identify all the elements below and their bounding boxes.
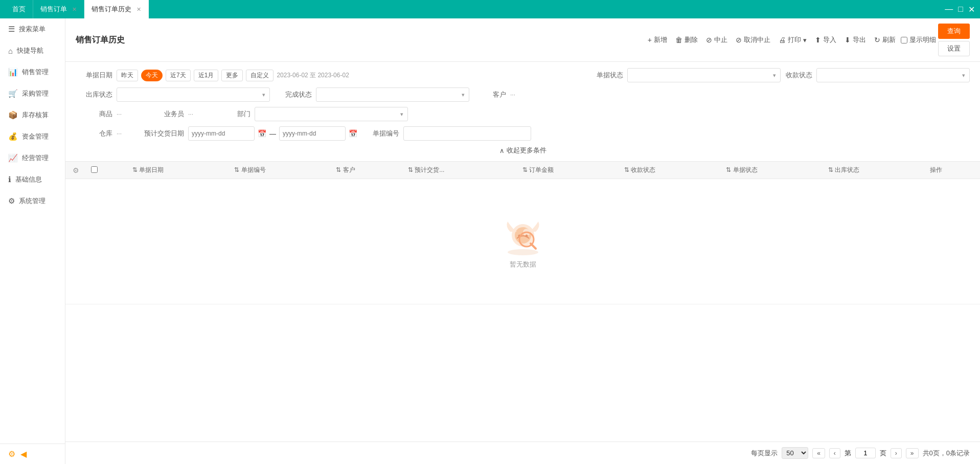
warehouse-more-link[interactable]: ··· bbox=[117, 130, 122, 137]
delivery-start-input[interactable] bbox=[188, 126, 255, 141]
import-button[interactable]: ⬆ 导入 bbox=[812, 33, 839, 47]
last-page-btn[interactable]: » bbox=[906, 448, 919, 458]
print-button[interactable]: 🖨 打印 ▾ bbox=[776, 33, 810, 47]
main-layout: ☰ 搜索菜单 ⌂ 快捷导航 📊 销售管理 🛒 采购管理 📦 库存核算 💰 资金管… bbox=[0, 18, 980, 464]
minimize-icon[interactable]: — bbox=[945, 5, 953, 14]
system-icon: ⚙ bbox=[8, 196, 15, 206]
empty-illustration bbox=[497, 214, 549, 260]
product-more-link[interactable]: ··· bbox=[117, 111, 122, 118]
out-status-col-header: ⇅ 出库状态 bbox=[823, 162, 925, 179]
new-button[interactable]: + 新增 bbox=[645, 33, 670, 47]
sidebar-settings-icon[interactable]: ⚙ bbox=[8, 449, 15, 459]
purchase-icon: 🛒 bbox=[8, 89, 18, 98]
stop-button[interactable]: ⊘ 中止 bbox=[703, 33, 731, 47]
date-1month-btn[interactable]: 近1月 bbox=[194, 70, 219, 81]
display-toggle: 显示明细 bbox=[901, 35, 936, 45]
operation-col-header: 操作 bbox=[925, 162, 980, 179]
sidebar-item-inventory[interactable]: 📦 库存核算 bbox=[0, 104, 65, 126]
bill-status-select[interactable]: ▾ bbox=[627, 68, 781, 82]
query-button[interactable]: 查询 bbox=[938, 24, 970, 39]
sidebar-item-operation[interactable]: 📈 经营管理 bbox=[0, 147, 65, 169]
page-input[interactable] bbox=[855, 448, 876, 458]
sidebar-bottom: ⚙ ◀ bbox=[0, 444, 65, 464]
per-page-select[interactable]: 20 50 100 bbox=[782, 447, 808, 459]
print-arrow-icon: ▾ bbox=[803, 36, 807, 44]
date-7days-btn[interactable]: 近7天 bbox=[166, 70, 191, 81]
sidebar-collapse-icon[interactable]: ◀ bbox=[20, 449, 27, 459]
maximize-icon[interactable]: □ bbox=[958, 5, 963, 14]
sidebar-item-quicknav[interactable]: ⌂ 快捷导航 bbox=[0, 40, 65, 61]
salesman-more-link[interactable]: ··· bbox=[188, 111, 193, 118]
receive-status-select[interactable]: ▾ bbox=[816, 68, 970, 82]
dept-select[interactable]: ▾ bbox=[255, 107, 408, 121]
sidebar-item-sales[interactable]: 📊 销售管理 bbox=[0, 61, 65, 83]
date-label: 单据日期 bbox=[76, 71, 117, 80]
delivery-col-header: ⇅ 预计交货... bbox=[403, 162, 517, 179]
set-button[interactable]: 设置 bbox=[938, 41, 970, 56]
tab-sales-order[interactable]: 销售订单 ✕ bbox=[33, 0, 84, 18]
customer-more-link[interactable]: ··· bbox=[510, 91, 515, 98]
select-all-checkbox[interactable] bbox=[91, 166, 98, 173]
tab-close-icon[interactable]: ✕ bbox=[72, 6, 77, 13]
page-title: 销售订单历史 bbox=[76, 35, 125, 46]
delivery-date-pair: 📅 — 📅 bbox=[188, 126, 357, 141]
search-menu-icon: ☰ bbox=[8, 25, 15, 34]
tab-sales-order-history[interactable]: 销售订单历史 ✕ bbox=[84, 0, 149, 18]
date-today-btn[interactable]: 今天 bbox=[141, 70, 163, 81]
next-page-btn[interactable]: › bbox=[891, 448, 902, 458]
dept-arrow-icon: ▾ bbox=[400, 111, 403, 118]
display-toggle-checkbox[interactable] bbox=[901, 37, 907, 43]
table-settings-icon[interactable]: ⚙ bbox=[73, 166, 79, 174]
warehouse-label: 仓库 bbox=[76, 129, 117, 138]
per-page-label: 每页显示 bbox=[751, 449, 778, 458]
date-col-label: ⇅ 单据日期 bbox=[132, 166, 164, 173]
refresh-button[interactable]: ↻ 刷新 bbox=[871, 33, 899, 47]
date-range-text: 2023-06-02 至 2023-06-02 bbox=[277, 71, 349, 80]
amount-col-header: ⇅ 订单金额 bbox=[517, 162, 619, 179]
date-yesterday-btn[interactable]: 昨天 bbox=[117, 70, 138, 81]
receive-status-col-label: ⇅ 收款状态 bbox=[624, 166, 655, 173]
bill-status-col-header: ⇅ 单据状态 bbox=[721, 162, 823, 179]
table-header-row: ⚙ ⇅ 单据日期 ⇅ 单据编号 ⇅ 客户 bbox=[65, 162, 980, 179]
content-area: 销售订单历史 + 新增 🗑 删除 ⊘ 中止 ⊘ 取消中止 bbox=[65, 18, 980, 464]
out-status-select[interactable]: ▾ bbox=[117, 87, 270, 102]
cancel-stop-button[interactable]: ⊘ 取消中止 bbox=[733, 33, 773, 47]
delete-button[interactable]: 🗑 删除 bbox=[672, 33, 701, 47]
complete-status-select[interactable]: ▾ bbox=[316, 87, 469, 102]
prev-page-btn[interactable]: ‹ bbox=[829, 448, 840, 458]
bill-status-arrow-icon: ▾ bbox=[773, 72, 776, 79]
sidebar-item-system[interactable]: ⚙ 系统管理 bbox=[0, 190, 65, 212]
filter-row-3: 商品 ··· 业务员 ··· 部门 ▾ bbox=[76, 107, 970, 121]
data-table: ⚙ ⇅ 单据日期 ⇅ 单据编号 ⇅ 客户 bbox=[65, 162, 980, 304]
delivery-label: 预计交货日期 bbox=[142, 129, 188, 138]
bill-status-label: 单据状态 bbox=[591, 71, 627, 80]
home-icon: ⌂ bbox=[8, 47, 13, 55]
customer-col-label: ⇅ 客户 bbox=[336, 166, 355, 173]
print-icon: 🖨 bbox=[779, 36, 786, 44]
close-window-icon[interactable]: ✕ bbox=[968, 5, 975, 14]
tab-home[interactable]: 首页 bbox=[5, 0, 33, 18]
date-quick-group: 昨天 今天 近7天 近1月 更多 自定义 2023-06-02 至 2023-0… bbox=[117, 70, 591, 81]
sales-icon: 📊 bbox=[8, 68, 18, 77]
sidebar-item-basic[interactable]: ℹ 基础信息 bbox=[0, 169, 65, 190]
amount-col-label: ⇅ 订单金额 bbox=[522, 166, 554, 173]
sidebar-item-purchase[interactable]: 🛒 采购管理 bbox=[0, 83, 65, 104]
bill-no-input[interactable] bbox=[403, 126, 531, 141]
filter-row-1: 单据日期 昨天 今天 近7天 近1月 更多 自定义 2023-06-02 至 2… bbox=[76, 68, 970, 82]
first-page-btn[interactable]: « bbox=[812, 448, 825, 458]
collapse-btn[interactable]: ∧ 收起更多条件 bbox=[76, 146, 970, 155]
date-custom-btn[interactable]: 自定义 bbox=[246, 70, 274, 81]
sidebar-item-finance[interactable]: 💰 资金管理 bbox=[0, 126, 65, 147]
out-status-arrow-icon: ▾ bbox=[262, 92, 265, 98]
cal-start-icon: 📅 bbox=[258, 129, 266, 138]
sidebar-item-search[interactable]: ☰ 搜索菜单 bbox=[0, 18, 65, 40]
basic-icon: ℹ bbox=[8, 175, 11, 184]
delivery-end-input[interactable] bbox=[279, 126, 346, 141]
date-more-btn[interactable]: 更多 bbox=[221, 70, 243, 81]
tab-close-icon[interactable]: ✕ bbox=[136, 6, 141, 13]
table-area: ⚙ ⇅ 单据日期 ⇅ 单据编号 ⇅ 客户 bbox=[65, 162, 980, 441]
bill-no-label: 单据编号 bbox=[368, 129, 403, 138]
filter-area: 单据日期 昨天 今天 近7天 近1月 更多 自定义 2023-06-02 至 2… bbox=[65, 62, 980, 162]
svg-point-0 bbox=[508, 249, 538, 255]
export-button[interactable]: ⬇ 导出 bbox=[841, 33, 869, 47]
